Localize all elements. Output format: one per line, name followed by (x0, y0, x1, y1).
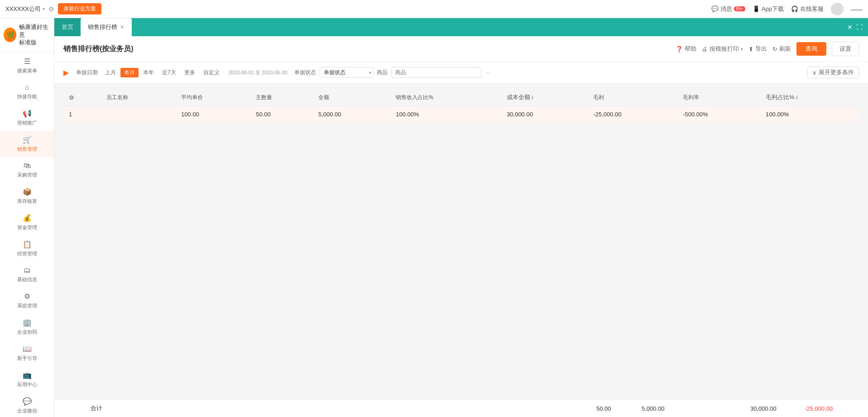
template-print-label: 按模板打印 (710, 45, 739, 53)
cell-avg-price: 100.00 (176, 106, 250, 123)
tab-sales-ranking[interactable]: 销售排行榜 ✕ (81, 18, 132, 36)
sidebar-item-label: 销售管理 (17, 146, 37, 153)
fullscreen-icon[interactable]: ⛶ (856, 24, 863, 31)
sidebar-item-guide[interactable]: 📖 新手引导 (0, 340, 54, 366)
help-btn[interactable]: ❓ 帮助 (676, 45, 696, 53)
sidebar-item-label: 库存核算 (17, 198, 37, 205)
close-window-icon[interactable]: ✕ (847, 24, 853, 31)
page-header: 销售排行榜(按业务员) ❓ 帮助 🖨 按模板打印 ▾ ⬆ 导出 (54, 36, 868, 62)
page-actions: ❓ 帮助 🖨 按模板打印 ▾ ⬆ 导出 ↻ 刷新 (676, 42, 859, 56)
system-icon: ⚙ (24, 292, 30, 301)
export-btn[interactable]: ⬆ 导出 (748, 45, 767, 53)
th-sales-pct: 销售收入占比% (390, 89, 501, 106)
th-amount: 全额 (313, 89, 390, 106)
tab-home[interactable]: 首页 (54, 18, 81, 36)
gear-icon[interactable]: ⚙ (48, 5, 54, 13)
logo-text: 畅康通好生意 标准版 (19, 24, 50, 47)
th-gross-pct: 毛利占比% ℹ (760, 89, 859, 106)
sidebar-item-label: 搜索菜单 (17, 67, 37, 74)
total-main-qty: 50.00 (596, 405, 642, 412)
status-select[interactable]: 单据状态 (320, 67, 374, 78)
sidebar-item-label: 资金管理 (17, 224, 37, 231)
inventory-icon: 📦 (23, 187, 32, 196)
goods-filter-group: 商品 ··· (377, 67, 490, 78)
sidebar-item-basic-info[interactable]: 🗂 基础信息 (0, 262, 54, 288)
page-content: 销售排行榜(按业务员) ❓ 帮助 🖨 按模板打印 ▾ ⬆ 导出 (54, 36, 868, 417)
query-button[interactable]: 查询 (796, 42, 826, 56)
avatar[interactable] (831, 3, 844, 15)
sidebar-item-app-center[interactable]: 📺 应用中心 (0, 366, 54, 393)
refresh-btn[interactable]: ↻ 刷新 (772, 45, 791, 53)
sidebar-item-wechat[interactable]: 💬 企业微信 (0, 393, 54, 417)
sidebar-item-label: 采购管理 (17, 172, 37, 178)
date-tab-last-7-days[interactable]: 近7天 (158, 68, 180, 77)
expand-more-label: 展开更多条件 (819, 68, 854, 77)
sidebar: 🌿 畅康通好生意 标准版 ☰ 搜索菜单 ⌂ 快捷导航 📢 营销推广 🛒 销售管理… (0, 18, 54, 417)
message-label: 消息 (720, 5, 732, 13)
sidebar-item-inventory[interactable]: 📦 库存核算 (0, 183, 54, 209)
app-download-btn[interactable]: 📱 App下载 (753, 5, 784, 13)
sidebar-item-label: 基础信息 (17, 276, 37, 283)
tab-close-icon[interactable]: ✕ (120, 24, 125, 30)
sidebar-item-marketing[interactable]: 📢 营销推广 (0, 105, 54, 131)
sidebar-item-quick-nav[interactable]: ⌂ 快捷导航 (0, 79, 54, 105)
settings-th-icon[interactable]: ⚙ (69, 94, 74, 101)
service-icon: 🎧 (791, 5, 798, 12)
date-tab-current-month[interactable]: 本月 (120, 68, 139, 77)
export-label: 导出 (755, 45, 767, 53)
sidebar-item-enterprise[interactable]: 🏢 企业协同 (0, 314, 54, 340)
status-filter-group: 单据状态 单据状态 (294, 67, 369, 78)
online-service-btn[interactable]: 🎧 在线客服 (791, 5, 824, 13)
goods-more-icon[interactable]: ··· (485, 69, 490, 76)
date-range-display: 2023-06-01 至 2023-06-30 (229, 69, 288, 76)
help-label: 帮助 (685, 45, 696, 53)
expand-down-icon: ∨ (812, 69, 817, 76)
sidebar-item-label: 应用中心 (17, 381, 37, 388)
purchase-icon: 🛍 (24, 162, 31, 170)
app-center-icon: 📺 (23, 371, 32, 379)
cost-info-icon[interactable]: ℹ (532, 95, 533, 100)
date-tab-current-year[interactable]: 本年 (139, 68, 158, 77)
date-filter-group: 单据日期 上月 本月 本年 近7天 更多 自定义 2023-06-01 至 20… (76, 68, 287, 77)
sidebar-item-operations[interactable]: 📋 经营管理 (0, 235, 54, 262)
settings-button[interactable]: 设置 (832, 42, 859, 56)
tab-bar: 首页 销售排行榜 ✕ ✕ ⛶ (54, 18, 868, 36)
logo-icon: 🌿 (4, 28, 16, 42)
sidebar-logo: 🌿 畅康通好生意 标准版 (0, 18, 54, 53)
company-selector[interactable]: XXXXXX公司 ▾ (5, 5, 45, 13)
date-tab-more[interactable]: 更多 (181, 68, 199, 77)
trial-button[interactable]: 体验行业方案 (58, 3, 101, 14)
goods-input[interactable] (391, 67, 482, 78)
date-tab-prev-month[interactable]: 上月 (101, 68, 120, 77)
sidebar-item-purchase[interactable]: 🛍 采购管理 (0, 157, 54, 183)
th-gross-rate: 毛利率 (677, 89, 760, 106)
sidebar-item-label: 企业微信 (17, 407, 37, 414)
sidebar-item-sales[interactable]: 🛒 销售管理 (0, 131, 54, 157)
cell-amount: 5,000.00 (313, 106, 390, 123)
app-icon: 📱 (753, 5, 760, 12)
th-employee: 员工名称 (101, 89, 176, 106)
print-icon: 🖨 (702, 46, 708, 53)
total-label: 合计 (91, 404, 145, 412)
cell-cost-amount: 30,000.00 (501, 106, 588, 123)
sidebar-item-finance[interactable]: 💰 资金管理 (0, 209, 54, 235)
expand-arrow-icon[interactable]: ▶ (63, 68, 69, 77)
total-cost-amount: 30,000.00 (750, 405, 805, 412)
gross-pct-info-icon[interactable]: ℹ (796, 95, 798, 100)
content-area: 首页 销售排行榜 ✕ ✕ ⛶ 销售排行榜(按业务员) ❓ 帮助 (54, 18, 868, 417)
marketing-icon: 📢 (23, 109, 32, 118)
expand-more-btn[interactable]: ∨ 展开更多条件 (807, 67, 859, 78)
th-gross: 毛利 (588, 89, 677, 106)
sidebar-item-label: 新手引导 (17, 355, 37, 362)
sidebar-item-label: 经营管理 (17, 250, 37, 257)
main-layout: 🌿 畅康通好生意 标准版 ☰ 搜索菜单 ⌂ 快捷导航 📢 营销推广 🛒 销售管理… (0, 18, 868, 417)
template-print-btn[interactable]: 🖨 按模板打印 ▾ (702, 45, 743, 53)
message-btn[interactable]: 💬 消息 99+ (711, 5, 745, 13)
date-tab-custom[interactable]: 自定义 (200, 68, 223, 77)
sidebar-item-label: 系统管理 (17, 302, 37, 309)
export-icon: ⬆ (748, 46, 753, 53)
expand-more-btn-wrap: ∨ 展开更多条件 (807, 67, 859, 78)
sidebar-item-search-orders[interactable]: ☰ 搜索菜单 (0, 53, 54, 79)
table-row: 1 100.00 50.00 5,000.00 100.00% 30,000.0… (63, 106, 859, 123)
sidebar-item-system[interactable]: ⚙ 系统管理 (0, 288, 54, 314)
